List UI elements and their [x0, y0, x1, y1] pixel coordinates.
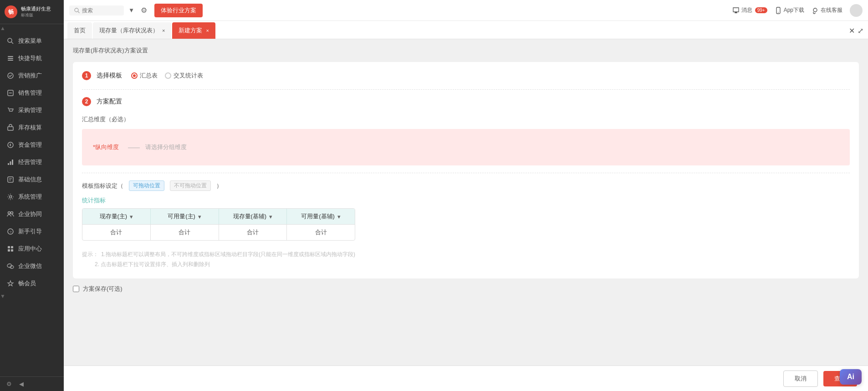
sidebar-item-finance[interactable]: 资金管理: [0, 136, 64, 154]
tab-inventory-close[interactable]: ×: [162, 28, 165, 33]
search-input[interactable]: [82, 7, 118, 14]
sidebar-item-member[interactable]: 畅会员: [0, 275, 64, 292]
sidebar-item-newbie[interactable]: ? 新手引导: [0, 223, 64, 240]
svg-text:?: ?: [10, 230, 12, 234]
tab-inventory[interactable]: 现存量（库存状况表） ×: [93, 22, 171, 39]
messages-btn[interactable]: 消息 99+: [732, 6, 767, 14]
topbar-settings-icon[interactable]: ⚙: [139, 4, 149, 16]
tab-home-label: 首页: [74, 26, 86, 35]
tips-title: 提示：: [82, 250, 98, 260]
wechat-icon: [6, 262, 15, 270]
sidebar-bottom: ⚙ ◀: [0, 376, 64, 391]
stats-table-header: 现存量(主) ▾ 可用量(主) ▾ 现存量(基辅) ▾ 可用量(基辅) ▾: [82, 209, 355, 224]
sidebar-item-label: 基础信息: [18, 175, 42, 184]
tab-new-scheme-label: 新建方案: [179, 26, 202, 35]
col-dropdown-3[interactable]: ▾: [337, 213, 341, 220]
svg-point-18: [11, 212, 13, 214]
svg-point-16: [10, 196, 12, 198]
sidebar-item-info[interactable]: 基础信息: [0, 171, 64, 188]
stats-table: 现存量(主) ▾ 可用量(主) ▾ 现存量(基辅) ▾ 可用量(基辅) ▾: [82, 208, 355, 241]
step1-label: 选择模板: [97, 72, 122, 80]
sidebar-item-quicknav[interactable]: 快捷导航: [0, 50, 64, 67]
app-download-btn[interactable]: App下载: [775, 6, 804, 14]
cell-0: 合计: [82, 225, 151, 240]
sidebar-item-search[interactable]: 搜索菜单: [0, 32, 64, 50]
col-header-2[interactable]: 现存量(基辅) ▾: [219, 209, 287, 224]
sidebar-item-apps[interactable]: 应用中心: [0, 240, 64, 257]
marketing-icon: [6, 72, 15, 80]
close-window-btn[interactable]: ✕: [849, 26, 855, 35]
volume-icon[interactable]: ◀: [19, 381, 24, 387]
tab-new-scheme-close[interactable]: ×: [206, 28, 209, 33]
search-box[interactable]: [69, 5, 124, 15]
step1-row: 1 选择模板 汇总表 交叉统计表: [82, 71, 850, 80]
app-name: 畅康通好生意: [21, 5, 51, 12]
tip-line-1: 提示： 1.拖动标题栏可以调整布局，不可跨维度或指标区域拖动栏目字段(只能在同一…: [82, 250, 850, 260]
maximize-window-btn[interactable]: ⤢: [858, 26, 863, 35]
sidebar-item-purchase[interactable]: 采购管理: [0, 102, 64, 119]
sidebar-item-inventory[interactable]: 库存核算: [0, 119, 64, 136]
col-dropdown-2[interactable]: ▾: [269, 213, 272, 220]
sidebar-item-label: 销售管理: [18, 89, 42, 97]
col-header-3[interactable]: 可用量(基辅) ▾: [287, 209, 355, 224]
sidebar-item-label: 库存核算: [18, 123, 42, 132]
sidebar-item-label: 营销推广: [18, 72, 42, 80]
user-avatar[interactable]: [850, 4, 863, 17]
sidebar-logo: 畅 畅康通好生意 标准版: [0, 0, 64, 24]
topbar-search-icon: [74, 7, 80, 14]
tab-new-scheme[interactable]: 新建方案 ×: [172, 22, 215, 39]
dimension-row-label: *纵向维度: [93, 143, 119, 151]
sidebar-item-label: 经营管理: [18, 158, 42, 166]
sidebar-scroll-down[interactable]: ▼: [0, 292, 64, 300]
dimension-dash: ——: [128, 144, 140, 151]
dimension-area[interactable]: *纵向维度 —— 请选择分组维度: [82, 129, 850, 165]
ai-fab-button[interactable]: Ai: [840, 369, 862, 385]
svg-point-31: [813, 8, 817, 12]
sidebar-item-marketing[interactable]: 营销推广: [0, 67, 64, 84]
indicator-setting-label: 模板指标设定（: [82, 182, 123, 190]
sidebar-scroll-up[interactable]: ▲: [0, 24, 64, 32]
settings-card: 1 选择模板 汇总表 交叉统计表 2 方案配置: [73, 62, 859, 278]
tab-home[interactable]: 首页: [67, 22, 92, 39]
online-service-btn[interactable]: 在线客服: [812, 6, 842, 14]
sales-icon: [6, 89, 15, 97]
sidebar-item-label: 新手引导: [18, 227, 42, 236]
topbar-dropdown-btn[interactable]: ▼: [128, 6, 135, 15]
step2-label: 方案配置: [97, 98, 122, 106]
svg-rect-23: [8, 249, 10, 252]
cancel-button[interactable]: 取消: [783, 370, 818, 387]
sidebar-item-management[interactable]: 经营管理: [0, 154, 64, 171]
col-dropdown-0[interactable]: ▾: [130, 213, 133, 220]
save-checkbox[interactable]: [73, 286, 79, 292]
apps-icon: [6, 245, 15, 253]
logo-icon: 畅: [5, 5, 17, 18]
svg-rect-22: [11, 246, 13, 248]
sidebar-item-wechat[interactable]: 企业微信: [0, 257, 64, 275]
col-header-1[interactable]: 可用量(主) ▾: [151, 209, 219, 224]
sidebar-item-cooperation[interactable]: 企业协同: [0, 206, 64, 223]
sidebar: 畅 畅康通好生意 标准版 ▲ 搜索菜单 快捷导航 营销推广 销售管理: [0, 0, 64, 391]
app-edition: 标准版: [21, 12, 51, 18]
topbar: ▼ ⚙ 体验行业方案 消息 99+ App下载 在线客服: [64, 0, 868, 21]
sidebar-item-label: 系统管理: [18, 193, 42, 201]
radio-summary[interactable]: 汇总表: [131, 72, 158, 80]
save-label: 方案保存(可选): [83, 285, 123, 293]
tab-inventory-label: 现存量（库存状况表）: [99, 26, 158, 35]
sidebar-item-system[interactable]: 系统管理: [0, 188, 64, 206]
col-header-0[interactable]: 现存量(主) ▾: [82, 209, 151, 224]
sidebar-item-label: 企业协同: [18, 210, 42, 218]
tips-area: 提示： 1.拖动标题栏可以调整布局，不可跨维度或指标区域拖动栏目字段(只能在同一…: [82, 250, 850, 269]
industry-btn[interactable]: 体验行业方案: [154, 4, 203, 17]
settings-gear-icon[interactable]: ⚙: [6, 381, 12, 387]
sidebar-item-label: 采购管理: [18, 106, 42, 114]
nav-icon: [6, 54, 15, 62]
sidebar-item-sales[interactable]: 销售管理: [0, 84, 64, 102]
divider1: [82, 89, 850, 90]
col-dropdown-1[interactable]: ▾: [198, 213, 201, 220]
radio-cross[interactable]: 交叉统计表: [165, 72, 203, 80]
sidebar-item-label: 应用中心: [18, 245, 42, 253]
messages-badge: 99+: [755, 7, 767, 13]
svg-rect-21: [8, 246, 10, 248]
indicators-row: 模板指标设定（ 可拖动位置 不可拖动位置 ）: [82, 180, 850, 191]
svg-point-27: [75, 8, 78, 12]
